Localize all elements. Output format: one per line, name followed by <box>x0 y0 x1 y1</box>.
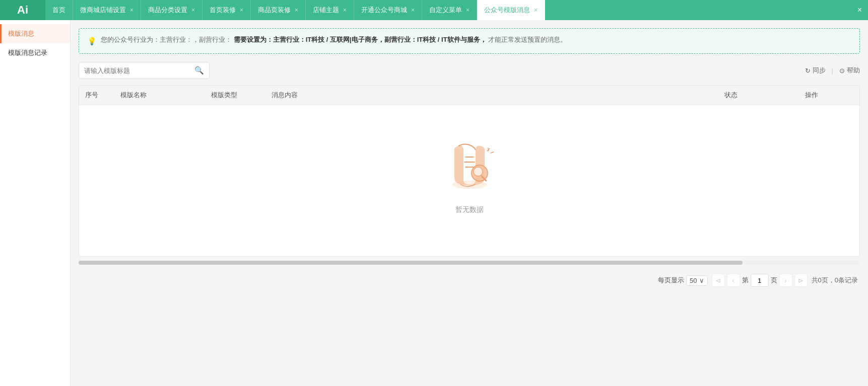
col-header-type: 模版类型 <box>205 86 265 105</box>
nav-tab-close-4[interactable]: × <box>295 7 298 14</box>
page-word: 页 <box>771 276 777 285</box>
nav-tab-3[interactable]: 首页装修× <box>203 0 251 20</box>
nav-tab-label-3: 首页装修 <box>210 6 236 15</box>
nav-tab-5[interactable]: 店铺主题× <box>306 0 354 20</box>
sync-icon: ↻ <box>805 67 811 74</box>
svg-line-9 <box>491 152 494 153</box>
page-navigation: ⊲ ‹ 第 页 › ⊳ <box>712 274 808 287</box>
horizontal-scrollbar[interactable] <box>79 261 860 265</box>
page-size-select: 每页显示 50 ∨ <box>658 275 707 286</box>
nav-tab-4[interactable]: 商品页装修× <box>251 0 306 20</box>
nav-tab-close-5[interactable]: × <box>343 7 347 14</box>
scrollbar-thumb <box>79 261 743 265</box>
nav-tab-label-2: 商品分类设置 <box>148 6 187 15</box>
prev-page-button[interactable]: ‹ <box>727 274 740 287</box>
nav-tab-close-2[interactable]: × <box>191 7 195 14</box>
nav-tab-0[interactable]: 首页 <box>45 0 73 20</box>
sidebar: 模版消息 模版消息记录 <box>0 20 71 386</box>
last-page-button[interactable]: ⊳ <box>794 274 808 287</box>
pagination-bar: 每页显示 50 ∨ ⊲ ‹ 第 页 › ⊳ 共0页，0条记录 <box>79 269 860 289</box>
col-header-status: 状态 <box>718 86 799 105</box>
page-di-word: 第 <box>742 276 749 285</box>
empty-text: 暂无数据 <box>455 205 484 214</box>
close-all-button[interactable]: × <box>851 6 868 15</box>
content-area: 💡 您的公众号行业为：主营行业：，副营行业： 需要设置为：主营行业：IT科技 /… <box>71 20 868 386</box>
current-page-input[interactable] <box>751 274 769 287</box>
main-layout: 模版消息 模版消息记录 💡 您的公众号行业为：主营行业：，副营行业： 需要设置为… <box>0 20 868 386</box>
page-size-value: 50 <box>690 277 697 284</box>
help-button[interactable]: ⊙ 帮助 <box>839 66 860 75</box>
search-bar: 🔍 ↻ 同步 | ⊙ 帮助 <box>79 62 860 79</box>
empty-illustration <box>439 137 500 197</box>
chevron-down-icon: ∨ <box>699 277 704 284</box>
notice-banner: 💡 您的公众号行业为：主营行业：，副营行业： 需要设置为：主营行业：IT科技 /… <box>79 28 860 54</box>
nav-tab-label-5: 店铺主题 <box>313 6 339 15</box>
nav-tab-close-7[interactable]: × <box>466 7 470 14</box>
search-input-wrap: 🔍 <box>79 62 210 79</box>
col-header-index: 序号 <box>79 86 114 105</box>
first-page-button[interactable]: ⊲ <box>712 274 725 287</box>
sync-button[interactable]: ↻ 同步 <box>805 66 826 75</box>
nav-tabs: 首页微商城店铺设置×商品分类设置×首页装修×商品页装修×店铺主题×开通公众号商城… <box>45 0 851 20</box>
nav-tab-close-3[interactable]: × <box>240 7 243 14</box>
svg-line-8 <box>488 148 489 151</box>
notice-text: 您的公众号行业为：主营行业：，副营行业： 需要设置为：主营行业：IT科技 / 互… <box>101 35 567 45</box>
toolbar-right: ↻ 同步 | ⊙ 帮助 <box>805 66 860 75</box>
data-table: 序号 模版名称 模版类型 消息内容 状态 操作 <box>79 85 860 257</box>
search-input[interactable] <box>84 67 194 74</box>
nav-tab-label-7: 自定义菜单 <box>429 6 462 15</box>
page-size-label: 每页显示 <box>658 276 684 285</box>
toolbar-divider: | <box>832 67 833 74</box>
nav-tab-8[interactable]: 公众号模版消息× <box>477 0 545 20</box>
nav-tab-1[interactable]: 微商城店铺设置× <box>73 0 141 20</box>
table-body: 暂无数据 <box>79 105 859 256</box>
table-header: 序号 模版名称 模版类型 消息内容 状态 操作 <box>79 86 859 105</box>
nav-tab-label-6: 开通公众号商城 <box>361 6 407 15</box>
col-header-action: 操作 <box>799 86 859 105</box>
nav-tab-7[interactable]: 自定义菜单× <box>422 0 477 20</box>
help-label: 帮助 <box>847 66 860 75</box>
help-icon: ⊙ <box>839 67 845 74</box>
next-page-button[interactable]: › <box>779 274 792 287</box>
page-size-dropdown[interactable]: 50 ∨ <box>686 275 707 286</box>
nav-tab-6[interactable]: 开通公众号商城× <box>354 0 422 20</box>
total-text: 共0页，0条记录 <box>812 276 858 285</box>
sidebar-item-template-message[interactable]: 模版消息 <box>0 24 70 43</box>
nav-tab-label-1: 微商城店铺设置 <box>80 6 126 15</box>
bulb-icon: 💡 <box>87 35 97 47</box>
svg-point-5 <box>474 167 483 176</box>
search-icon[interactable]: 🔍 <box>194 66 204 75</box>
col-header-content: 消息内容 <box>265 86 718 105</box>
nav-tab-close-6[interactable]: × <box>411 7 415 14</box>
nav-tab-close-8[interactable]: × <box>534 7 538 14</box>
nav-tab-label-0: 首页 <box>52 6 65 15</box>
top-nav-bar: Ai 首页微商城店铺设置×商品分类设置×首页装修×商品页装修×店铺主题×开通公众… <box>0 0 868 20</box>
nav-tab-label-8: 公众号模版消息 <box>484 6 530 15</box>
sync-label: 同步 <box>813 66 826 75</box>
brand-logo: Ai <box>0 0 45 20</box>
nav-tab-2[interactable]: 商品分类设置× <box>141 0 203 20</box>
col-header-name: 模版名称 <box>114 86 205 105</box>
sidebar-item-template-message-record[interactable]: 模版消息记录 <box>0 43 70 62</box>
nav-tab-label-4: 商品页装修 <box>258 6 291 15</box>
nav-tab-close-1[interactable]: × <box>130 7 133 14</box>
